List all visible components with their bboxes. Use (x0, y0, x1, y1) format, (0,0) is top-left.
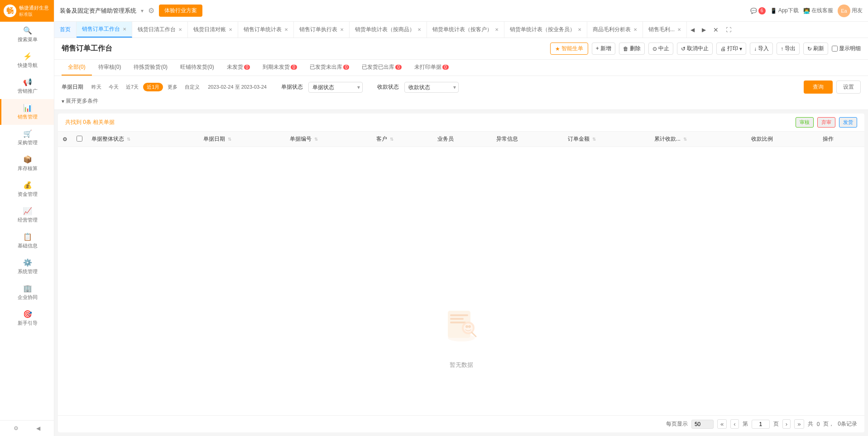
per-page-select[interactable]: 50 10 20 100 (691, 420, 714, 429)
next-page-button[interactable]: › (782, 419, 791, 429)
tab-maximize-button[interactable]: ⛶ (722, 22, 735, 38)
tab-cash-daily[interactable]: 钱货日清工作台 ✕ (132, 22, 188, 38)
tab-close-sales-summary-customer[interactable]: ✕ (495, 27, 499, 32)
cancel-stop-button[interactable]: ↺ 取消中止 (677, 43, 713, 55)
prev-page-button[interactable]: ‹ (730, 419, 739, 429)
user-menu-button[interactable]: Ea 用友 (838, 5, 863, 17)
date-btn-more[interactable]: 更多 (165, 83, 180, 91)
export-button[interactable]: ↑ 导出 (777, 43, 800, 55)
tab-close-sales-exec[interactable]: ✕ (340, 27, 344, 32)
message-button[interactable]: 💬 6 (750, 7, 766, 14)
date-btn-yesterday[interactable]: 昨天 (89, 83, 104, 91)
sidebar-item-sales[interactable]: 📊 销售管理 (0, 99, 54, 125)
sort-number-icon[interactable]: ⇅ (314, 137, 318, 142)
last-page-button[interactable]: » (794, 419, 804, 429)
tab-sales-summary-customer[interactable]: 销货单统计表（按客户） ✕ (427, 22, 504, 38)
date-btn-today[interactable]: 今天 (106, 83, 121, 91)
sub-tab-shipped-out[interactable]: 已发货已出库0 (355, 60, 408, 76)
tab-close-sales-summary-product[interactable]: ✕ (417, 27, 421, 32)
tab-sales-summary-staff[interactable]: 销货单统计表（按业务员） ✕ (504, 22, 587, 38)
tab-nav-prev[interactable]: ◀ (687, 22, 698, 38)
stop-button[interactable]: ⊙ 中止 (648, 43, 673, 55)
tab-sales-order[interactable]: 销售订单工作台 ✕ (77, 22, 132, 38)
tab-sales-exec[interactable]: 销售订单执行表 ✕ (294, 22, 350, 38)
delete-button[interactable]: 🗑 删除 (619, 43, 645, 55)
sort-date-icon[interactable]: ⇅ (228, 137, 231, 142)
filter-settings-button[interactable]: 设置 (836, 81, 861, 94)
sidebar-item-purchase[interactable]: 🛒 采购管理 (0, 125, 54, 151)
print-button[interactable]: 🖨 打印 ▾ (716, 43, 746, 55)
sidebar-item-quick-nav[interactable]: ⚡ 快捷导航 (0, 47, 54, 73)
sub-tab-unshipped[interactable]: 未发货0 (221, 60, 257, 76)
sub-tab-overdue-unshipped[interactable]: 到期未发货0 (256, 60, 303, 76)
show-detail-input[interactable] (832, 46, 838, 52)
refresh-button[interactable]: ↻ 刷新 (803, 43, 828, 55)
select-all-checkbox[interactable] (77, 136, 82, 142)
status-select[interactable]: 单据状态 (308, 82, 363, 93)
expand-filter-button[interactable]: ▾ 展开更多条件 (62, 97, 98, 105)
sub-tab-unprinted[interactable]: 未打印单据0 (408, 60, 455, 76)
sidebar-item-system[interactable]: ⚙️ 系统管理 (0, 254, 54, 280)
sidebar-item-guide[interactable]: 🎯 新手引导 (0, 305, 54, 331)
tab-close-cash-daily[interactable]: ✕ (178, 27, 182, 32)
table-scroll-area[interactable]: ⚙ 单据整体状态 ⇅ (58, 132, 864, 256)
app-download-button[interactable]: 📱 App下载 (770, 7, 799, 14)
date-btn-custom[interactable]: 自定义 (182, 83, 202, 91)
tab-close-sales-summary-staff[interactable]: ✕ (578, 27, 581, 32)
table-count: 共找到 0条 相关单据 (65, 118, 115, 126)
tab-close-sales-stat[interactable]: ✕ (284, 27, 288, 32)
sort-customer-icon[interactable]: ⇅ (390, 137, 393, 142)
tab-cash-reconcile[interactable]: 钱货日清对账 ✕ (188, 22, 238, 38)
sub-tab-all[interactable]: 全部(0) (62, 60, 92, 76)
tab-home[interactable]: 首页 (54, 22, 77, 38)
sidebar-item-marketing[interactable]: 📢 营销推广 (0, 73, 54, 99)
column-settings-icon[interactable]: ⚙ (62, 136, 67, 142)
first-page-button[interactable]: « (717, 419, 727, 429)
tab-sales-more[interactable]: 销售毛利... ✕ (643, 22, 687, 38)
show-detail-checkbox[interactable]: 显示明细 (832, 45, 861, 52)
receipt-select[interactable]: 收款状态 (404, 82, 459, 93)
tab-close-cash-reconcile[interactable]: ✕ (229, 27, 232, 32)
tab-sales-stat[interactable]: 销售订单统计表 ✕ (238, 22, 294, 38)
tab-close-margin-analysis[interactable]: ✕ (633, 27, 637, 32)
sub-tab-wangpu-ship[interactable]: 旺铺待发货(0) (174, 60, 221, 76)
sidebar-item-basic[interactable]: 📋 基础信息 (0, 228, 54, 254)
sub-tab-pending-inspect[interactable]: 待拣货验货(0) (127, 60, 174, 76)
tab-nav-next[interactable]: ▶ (698, 22, 710, 38)
query-button[interactable]: 查询 (804, 81, 833, 94)
app-title: 畅捷通好生意 标准版 (19, 5, 49, 17)
collapse-icon[interactable]: ◀ (36, 425, 40, 431)
settings-icon[interactable]: ⚙ (14, 425, 19, 431)
th-status: 单据整体状态 ⇅ (87, 132, 199, 147)
unprinted-badge: 0 (442, 65, 449, 70)
new-button[interactable]: + 新增 (592, 43, 615, 55)
tab-close-sales-order[interactable]: ✕ (123, 27, 126, 32)
date-btn-7days[interactable]: 近7天 (123, 83, 141, 91)
sidebar-item-operations[interactable]: 📈 经营管理 (0, 202, 54, 228)
sub-tab-shipped-not-out[interactable]: 已发货未出库0 (303, 60, 356, 76)
sidebar-item-search[interactable]: 🔍 搜索菜单 (0, 22, 54, 47)
batch-audit-button[interactable]: 审核 (796, 117, 814, 128)
page-input[interactable]: 1 (752, 420, 770, 429)
date-btn-1month[interactable]: 近1月 (143, 83, 163, 91)
topbar-expand-icon[interactable]: ▾ (141, 8, 144, 14)
smart-create-button[interactable]: ★ 智能生单 (550, 43, 588, 55)
tab-close-all-button[interactable]: ✕ (710, 22, 722, 38)
topbar-settings-icon[interactable]: ⚙ (148, 6, 154, 15)
sort-status-icon[interactable]: ⇅ (127, 137, 130, 142)
sub-tab-pending-review[interactable]: 待审核(0) (92, 60, 128, 76)
industry-solution-button[interactable]: 体验行业方案 (159, 5, 202, 17)
sort-amount-icon[interactable]: ⇅ (592, 137, 596, 142)
batch-ship-button[interactable]: 发货 (839, 117, 857, 128)
online-service-button[interactable]: 👨‍💻 在线客服 (803, 7, 833, 14)
batch-cancel-button[interactable]: 弃审 (817, 117, 835, 128)
sidebar-item-inventory[interactable]: 📦 库存核算 (0, 151, 54, 176)
sidebar-item-finance[interactable]: 💰 资金管理 (0, 176, 54, 202)
tab-sales-summary-product[interactable]: 销货单统计表（按商品） ✕ (350, 22, 427, 38)
tab-margin-analysis[interactable]: 商品毛利分析表 ✕ (587, 22, 643, 38)
sidebar-item-enterprise[interactable]: 🏢 企业协同 (0, 280, 54, 305)
refresh-icon: ↻ (807, 46, 812, 52)
tab-close-sales-more[interactable]: ✕ (677, 27, 681, 32)
sort-received-icon[interactable]: ⇅ (683, 137, 687, 142)
import-button[interactable]: ↓ 导入 (750, 43, 773, 55)
